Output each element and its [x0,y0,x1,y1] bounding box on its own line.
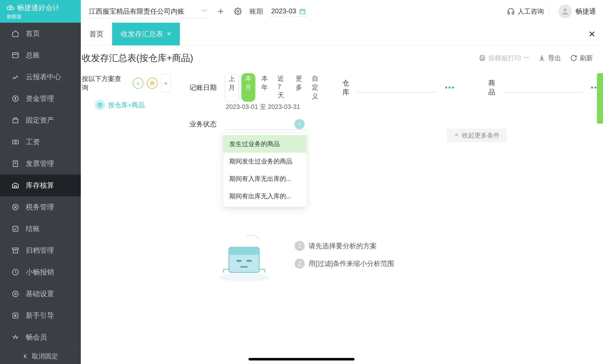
sidebar-item-home[interactable]: 首页 [0,23,81,44]
sidebar-item-assets[interactable]: 固定资产 [0,109,81,131]
svg-point-0 [237,10,239,12]
top-header: 畅捷通好会计 旗舰版 江西服宝精品有限责任公司内账 ﹀ 账期 2023-03 人… [0,0,603,23]
sidebar-item-guide[interactable]: 新手引导 [0,305,81,326]
warehouse-label: 仓库 [342,78,352,97]
sidebar-item-tax[interactable]: 税务管理 [0,196,81,218]
refresh-button[interactable]: 刷新 [570,54,593,63]
sidebar-item-funds[interactable]: 资金管理 [0,88,81,109]
svg-rect-5 [13,119,18,123]
scheme-header-label: 按以下方案查询 [82,74,126,92]
warehouse-more-icon[interactable]: ••• [443,83,457,92]
add-scheme-button[interactable]: ＋ [133,78,143,89]
add-button[interactable] [215,6,226,17]
vip-icon [11,333,20,342]
period-label: 账期 [249,7,263,16]
tab-inventory-summary[interactable]: 收发存汇总表 ✕ [112,23,180,45]
svg-point-7 [14,141,16,143]
scheme-item[interactable]: 按仓库+商品 [81,96,172,114]
sidebar-item-inventory[interactable]: 库存核算 [0,175,81,196]
print-button[interactable]: 按模板打印 ﹀ [479,54,529,63]
svg-rect-1 [300,9,305,14]
closebook-icon [11,225,20,233]
svg-point-20 [150,81,154,85]
company-select[interactable]: 江西服宝精品有限责任公司内账 ﹀ [88,5,209,18]
sidebar-item-closebook[interactable]: 结账 [0,218,81,240]
pill-this-year[interactable]: 本年 [258,73,271,102]
svg-point-2 [564,9,566,11]
sidebar-item-invoice[interactable]: 发票管理 [0,153,81,175]
warehouse-input[interactable] [357,82,438,93]
chevron-down-icon: ﹀ [524,54,529,62]
collapse-more-button[interactable]: 收起更多条件 [447,129,507,142]
sidebar-item-reimburse[interactable]: 小畅报销 [0,261,81,283]
export-button[interactable]: 导出 [538,54,561,63]
cloud-logo-icon [6,4,15,12]
query-button[interactable] [597,73,603,124]
date-pills: 上月 本月 本年 近7天 更多 自定义 [225,73,325,102]
svg-rect-25 [246,260,252,262]
consult-label: 人工咨询 [518,7,544,16]
collapse-scheme-button[interactable]: « [161,74,171,92]
avatar [558,5,572,18]
status-option-0[interactable]: 发生过业务的商品 [223,135,307,153]
period-select[interactable]: 2023-03 [269,6,308,16]
status-option-3[interactable]: 期间有出库无入库的... [223,187,307,205]
pill-last-month[interactable]: 上月 [225,73,239,102]
status-select[interactable]: 发生过业务的商品 期间发生过业务的商品 期间有入库无出库的... 期间有出库无入… [225,119,306,130]
close-icon[interactable]: ✕ [167,31,171,37]
chevron-up-icon [294,119,305,129]
ledger-icon [11,51,20,60]
svg-rect-10 [13,226,18,231]
settings-icon[interactable] [232,6,243,17]
svg-point-13 [14,293,16,295]
svg-point-14 [13,291,18,297]
svg-rect-23 [229,247,259,255]
empty-step-2: 2 用[过滤]条件来缩小分析范围 [294,259,394,269]
home-indicator [248,358,355,360]
consult-button[interactable]: 人工咨询 [502,5,549,18]
sidebar-item-ledger[interactable]: 总账 [0,44,81,66]
status-dropdown: 发生过业务的商品 期间发生过业务的商品 期间有入库无出库的... 期间有出库无入… [223,133,307,207]
user-name: 畅捷通 [575,7,596,16]
pill-more[interactable]: 更多 [292,73,306,102]
product-input[interactable] [503,82,584,93]
logo-text: 畅捷通好会计 [17,3,60,13]
header-right: 江西服宝精品有限责任公司内账 ﹀ 账期 2023-03 人工咨询 畅捷通 [81,0,603,23]
svg-rect-6 [13,140,18,144]
sidebar-item-salary[interactable]: 工资 [0,131,81,153]
edition-label: 旗舰版 [7,13,81,20]
title-bar: 收发存汇总表(按仓库+商品) 按模板打印 ﹀ 导出 刷新 [81,45,603,71]
svg-point-19 [152,82,153,84]
sidebar-item-reports[interactable]: 云报表中心 [0,66,81,88]
scheme-settings-button[interactable] [147,78,158,89]
empty-state: 1 请先选择要分析的方案 2 用[过滤]条件来缩小分析范围 [209,225,394,285]
settings-nav-icon [11,290,20,298]
logo-area: 畅捷通好会计 旗舰版 [0,0,81,23]
step-number-1: 1 [294,241,305,251]
empty-step-1: 1 请先选择要分析的方案 [294,241,394,251]
tab-bar: 首页 收发存汇总表 ✕ ✕ [81,23,603,45]
sidebar-unpin[interactable]: 取消固定 [0,348,81,364]
archive-icon [11,246,20,255]
tabs-close-all[interactable]: ✕ [581,29,603,39]
status-option-2[interactable]: 期间有入库无出库的... [223,170,307,187]
sidebar-item-archive[interactable]: 归档管理 [0,240,81,261]
sidebar-item-vip[interactable]: 畅会员 [0,326,81,348]
invoice-icon [11,159,20,168]
date-range: 2023-03-01 至 2023-03-31 [226,103,300,111]
period-value: 2023-03 [271,7,296,15]
sidebar-item-settings[interactable]: 基础设置 [0,283,81,305]
pill-this-month[interactable]: 本月 [241,73,255,102]
svg-rect-26 [240,266,248,268]
status-option-1[interactable]: 期间发生过业务的商品 [223,153,307,170]
pill-7days[interactable]: 近7天 [274,73,290,102]
chevron-down-icon: ﹀ [201,7,208,16]
report-icon [11,73,20,81]
user-area[interactable]: 畅捷通 [555,5,596,18]
pill-custom[interactable]: 自定义 [308,73,325,102]
calendar-icon [299,8,306,15]
tab-home[interactable]: 首页 [81,23,112,45]
svg-rect-3 [13,53,18,58]
status-label: 业务状态 [189,120,220,129]
filters: 记账日期 上月 本月 本年 近7天 更多 自定义 仓库 ••• 商品 ••• 2… [189,73,603,132]
